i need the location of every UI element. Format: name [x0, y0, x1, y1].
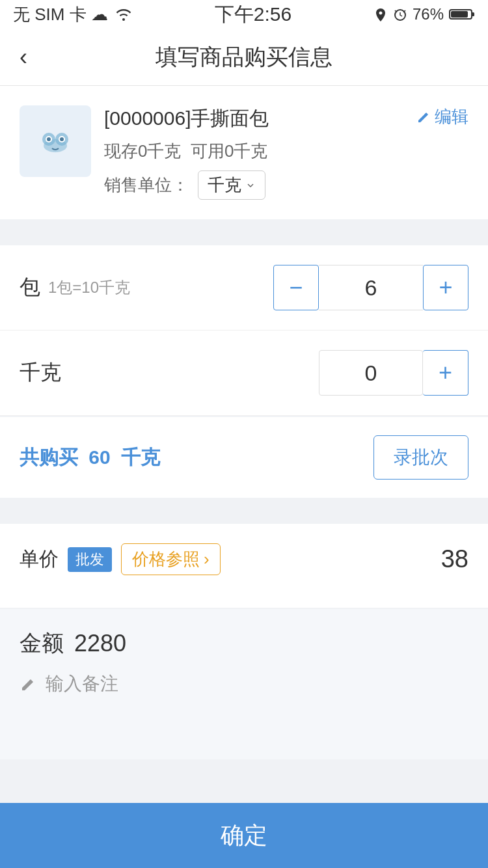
total-text: 共购买 60 千克 [20, 444, 160, 471]
status-right: 76% [373, 5, 475, 23]
kg-quantity-controls: + [319, 350, 468, 396]
amount-value: 2280 [74, 630, 126, 657]
price-tag: 批发 [68, 547, 112, 572]
svg-rect-2 [472, 12, 474, 16]
divider-1 [0, 232, 488, 245]
price-section: 单价 批发 价格参照 › 38 [0, 524, 488, 608]
batch-button[interactable]: 录批次 [373, 435, 468, 480]
page-title: 填写商品购买信息 [156, 42, 332, 72]
amount-label: 金额 [20, 629, 64, 658]
unit-label: 销售单位： [104, 174, 189, 197]
sim-status: 无 SIM 卡 ☁ [13, 3, 108, 26]
bag-quantity-row: 包 1包=10千克 − + [0, 245, 488, 331]
edit-icon [416, 110, 431, 124]
amount-row: 金额 2280 [20, 629, 468, 658]
product-info: [0000006]手撕面包 编辑 现存0千克 可用0千克 销售单位： 千克 [104, 105, 468, 200]
total-value: 60 [88, 446, 110, 468]
product-stock: 现存0千克 可用0千克 [104, 140, 468, 163]
bag-increment-button[interactable]: + [423, 265, 468, 310]
product-card: [0000006]手撕面包 编辑 现存0千克 可用0千克 销售单位： 千克 [0, 86, 488, 219]
product-unit-row: 销售单位： 千克 [104, 170, 468, 200]
price-row: 单价 批发 价格参照 › 38 [20, 543, 468, 575]
status-time: 下午2:56 [215, 1, 291, 28]
svg-point-9 [47, 137, 51, 141]
product-name: [0000006]手撕面包 [104, 105, 269, 132]
price-left: 单价 批发 价格参照 › [20, 543, 221, 575]
location-icon [373, 7, 388, 21]
quantity-section: 包 1包=10千克 − + 千克 + [0, 245, 488, 416]
back-button[interactable]: ‹ [20, 44, 27, 71]
bag-hint: 1包=10千克 [48, 277, 130, 298]
svg-rect-3 [451, 11, 468, 18]
edit-label: 编辑 [435, 105, 468, 128]
product-logo [36, 125, 75, 157]
kg-label: 千克 [20, 359, 61, 387]
kg-increment-button[interactable]: + [423, 350, 468, 396]
status-bar: 无 SIM 卡 ☁ 下午2:56 76% [0, 0, 488, 29]
product-image [20, 105, 91, 177]
price-ref-button[interactable]: 价格参照 › [121, 543, 221, 575]
price-value: 38 [441, 545, 468, 573]
battery-icon [449, 8, 475, 21]
total-section: 共购买 60 千克 录批次 [0, 417, 488, 498]
unit-selector[interactable]: 千克 [198, 170, 265, 200]
chevron-down-icon [245, 180, 256, 191]
confirm-label: 确定 [221, 820, 267, 852]
kg-quantity-row: 千克 + [0, 331, 488, 416]
svg-point-10 [60, 137, 64, 141]
remark-row[interactable]: 输入备注 [20, 671, 468, 696]
divider-2 [0, 511, 488, 524]
bag-quantity-controls: − + [273, 265, 468, 310]
bag-label: 包 1包=10千克 [20, 273, 130, 302]
kg-quantity-input[interactable] [319, 350, 423, 396]
nav-bar: ‹ 填写商品购买信息 [0, 29, 488, 86]
wifi-icon [115, 8, 133, 21]
remark-placeholder: 输入备注 [46, 671, 118, 696]
pencil-icon [20, 675, 38, 693]
alarm-icon [393, 7, 407, 21]
edit-button[interactable]: 编辑 [416, 105, 468, 128]
battery-text: 76% [413, 5, 444, 23]
price-label: 单价 [20, 546, 59, 573]
status-left: 无 SIM 卡 ☁ [13, 3, 133, 26]
unit-value: 千克 [208, 174, 241, 197]
bag-decrement-button[interactable]: − [273, 265, 319, 310]
bag-quantity-input[interactable] [319, 265, 423, 310]
amount-section: 金额 2280 输入备注 [0, 609, 488, 759]
confirm-button[interactable]: 确定 [0, 803, 488, 868]
spacer [0, 759, 488, 803]
